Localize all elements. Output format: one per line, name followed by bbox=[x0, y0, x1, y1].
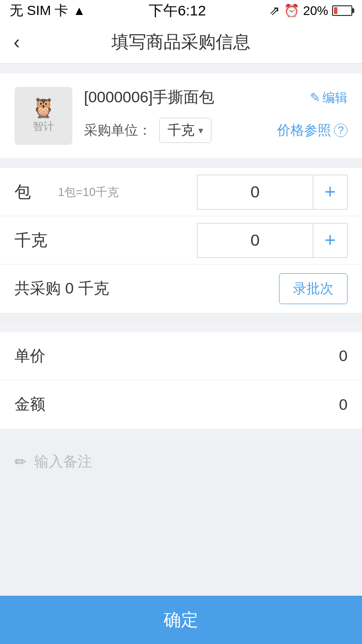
pencil-icon: ✏ bbox=[14, 453, 27, 470]
unit-value: 千克 bbox=[167, 121, 195, 140]
total-text: 共采购 0 千克 bbox=[14, 278, 109, 299]
product-image: 🦉 智计 bbox=[14, 87, 72, 145]
confirm-button-label: 确定 bbox=[164, 608, 198, 632]
location-icon: ⇗ bbox=[269, 3, 280, 18]
price-ref-button[interactable]: 价格参照 ? bbox=[277, 121, 348, 140]
unit-price-label: 单价 bbox=[14, 346, 45, 367]
quantity-input-wrap-bao: + bbox=[197, 175, 348, 210]
quantity-label-kg: 千克 bbox=[14, 229, 53, 252]
total-amount: 0 bbox=[65, 280, 74, 297]
edit-label: 编辑 bbox=[322, 89, 348, 106]
page-header: ‹ 填写商品采购信息 bbox=[0, 21, 362, 64]
battery-fill bbox=[334, 7, 337, 14]
price-section: 单价 0 金额 0 bbox=[0, 332, 362, 429]
amount-row: 金额 0 bbox=[0, 380, 362, 429]
quantity-row-kg: 千克 + bbox=[0, 216, 362, 265]
battery-icon bbox=[332, 5, 352, 16]
quantity-label-bao: 包 bbox=[14, 181, 53, 203]
owl-icon: 🦉 bbox=[31, 98, 56, 117]
amount-value: 0 bbox=[339, 396, 348, 414]
quantity-input-bao[interactable] bbox=[197, 175, 313, 210]
amount-label: 金额 bbox=[14, 394, 45, 415]
product-name: [0000006]手撕面包 bbox=[84, 87, 214, 108]
purchase-unit-row: 采购单位： 千克 ▾ 价格参照 ? bbox=[84, 118, 348, 143]
battery-percentage: 20% bbox=[303, 3, 328, 18]
quantity-row-bao: 包 1包=10千克 + bbox=[0, 168, 362, 216]
notes-section[interactable]: ✏ 输入备注 bbox=[0, 438, 362, 485]
batch-button[interactable]: 录批次 bbox=[279, 273, 348, 304]
back-button[interactable]: ‹ bbox=[14, 31, 20, 53]
alarm-icon: ⏰ bbox=[284, 3, 299, 18]
total-row: 共采购 0 千克 录批次 bbox=[0, 265, 362, 313]
quantity-plus-bao[interactable]: + bbox=[313, 175, 348, 210]
unit-price-row: 单价 0 bbox=[0, 332, 362, 380]
help-icon: ? bbox=[334, 124, 348, 137]
wifi-icon: ▲ bbox=[73, 3, 85, 18]
total-prefix: 共采购 bbox=[14, 280, 61, 297]
quantity-input-wrap-kg: + bbox=[197, 223, 348, 258]
status-time: 下午6:12 bbox=[149, 1, 206, 21]
unit-dropdown[interactable]: 千克 ▾ bbox=[159, 118, 211, 143]
edit-icon: ✎ bbox=[310, 90, 320, 105]
product-name-row: [0000006]手撕面包 ✎ 编辑 bbox=[84, 87, 348, 108]
product-info: [0000006]手撕面包 ✎ 编辑 采购单位： 千克 ▾ 价格参照 ? bbox=[84, 87, 348, 143]
quantity-input-kg[interactable] bbox=[197, 223, 313, 258]
notes-placeholder: 输入备注 bbox=[34, 452, 92, 472]
unit-price-value: 0 bbox=[339, 347, 348, 365]
page-title: 填写商品采购信息 bbox=[111, 30, 251, 54]
unit-label: 采购单位： bbox=[84, 121, 152, 140]
status-left: 无 SIM 卡 ▲ bbox=[10, 1, 85, 20]
brand-text: 智计 bbox=[33, 119, 54, 134]
price-ref-label: 价格参照 bbox=[277, 121, 331, 140]
product-card: 🦉 智计 [0000006]手撕面包 ✎ 编辑 采购单位： 千克 ▾ 价格参照 … bbox=[0, 73, 362, 158]
quantity-section: 包 1包=10千克 + 千克 + bbox=[0, 168, 362, 265]
divider-1 bbox=[0, 158, 362, 168]
total-unit: 千克 bbox=[78, 280, 109, 297]
edit-button[interactable]: ✎ 编辑 bbox=[310, 89, 348, 106]
status-right: ⇗ ⏰ 20% bbox=[269, 3, 352, 18]
confirm-button[interactable]: 确定 bbox=[0, 596, 362, 644]
quantity-plus-kg[interactable]: + bbox=[313, 223, 348, 258]
quantity-sublabel-bao: 1包=10千克 bbox=[58, 184, 197, 200]
carrier-text: 无 SIM 卡 bbox=[10, 1, 68, 20]
chevron-down-icon: ▾ bbox=[198, 125, 203, 136]
status-bar: 无 SIM 卡 ▲ 下午6:12 ⇗ ⏰ 20% bbox=[0, 0, 362, 21]
divider-2 bbox=[0, 313, 362, 322]
